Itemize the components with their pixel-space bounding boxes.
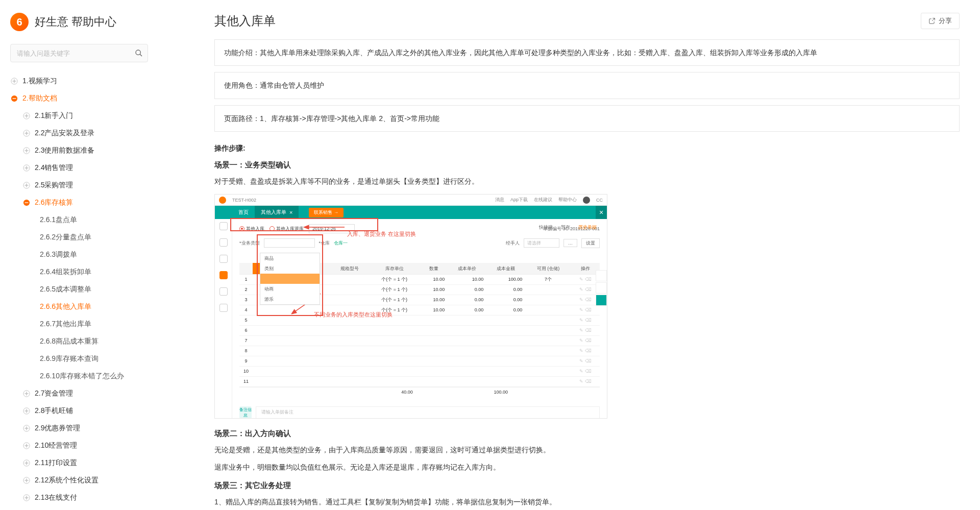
nav-2-6-1[interactable]: 2.6.1盘点单 bbox=[10, 211, 148, 229]
plus-icon bbox=[22, 494, 31, 502]
ss-tab-label: 首页 bbox=[238, 209, 249, 216]
scene3-heading: 场景三：其它业务处理 bbox=[214, 481, 960, 491]
nav-2-8[interactable]: 2.8手机旺铺 bbox=[10, 402, 148, 420]
svg-line-1 bbox=[140, 54, 142, 56]
ss-bell-icon: 消息 bbox=[495, 197, 504, 203]
nav-2-7[interactable]: 2.7资金管理 bbox=[10, 385, 148, 402]
plus-icon bbox=[22, 390, 31, 398]
tool-icon bbox=[596, 270, 607, 281]
ss-maker-val: 请选择 bbox=[524, 238, 559, 248]
nav-2-10[interactable]: 2.10经营管理 bbox=[10, 437, 148, 454]
share-label: 分享 bbox=[939, 16, 952, 26]
tot-amount: 100.00 bbox=[471, 390, 530, 395]
intro-label: 功能介绍： bbox=[224, 48, 260, 57]
ss-tab-label: 其他入库单 bbox=[261, 209, 286, 216]
ss-tenant: TEST-H002 bbox=[232, 198, 256, 203]
ss-dd-item: 游乐 bbox=[260, 294, 320, 304]
search-input[interactable] bbox=[10, 44, 148, 62]
sidebar: 6 好生意 帮助中心 1.视频学习 2.帮助文档 2.1新手入门 2.2产品安装… bbox=[0, 0, 158, 510]
scene2-text1: 无论是受赠，还是其他类型的业务，由于入库商品质量等原因，需要退回，这时可通过单据… bbox=[214, 444, 960, 456]
nav-2-1[interactable]: 2.1新手入门 bbox=[10, 107, 148, 125]
ss-body: 快捷建 暂存 历史单据 其他入库 其他入库退库 2019-12-26 单据编号 … bbox=[215, 219, 607, 418]
role-text: 通常由仓管人员维护 bbox=[260, 81, 324, 89]
ss-top-right: 消息 App下载 在线建议 帮助中心 CC bbox=[495, 197, 603, 204]
ss-wh-val: 仓库一 bbox=[334, 240, 348, 247]
plus-icon bbox=[22, 164, 31, 172]
page-title: 其他入库单 bbox=[214, 13, 276, 29]
ss-tabs: 首页 其他入库单× 联系销售 → × bbox=[215, 206, 607, 219]
nav-label: 2.6库存核算 bbox=[35, 198, 73, 207]
ss-anno2: 不同业务的入库类型在这里切换 bbox=[314, 311, 393, 319]
nav-2-13[interactable]: 2.13在线支付 bbox=[10, 489, 148, 506]
ss-dd-item: 类别 bbox=[260, 263, 320, 274]
nav-2-6-8[interactable]: 2.6.8商品成本重算 bbox=[10, 333, 148, 350]
nav-2-9[interactable]: 2.9优惠券管理 bbox=[10, 420, 148, 437]
ss-right-tools bbox=[596, 270, 607, 306]
role-box: 使用角色：通常由仓管人员维护 bbox=[214, 72, 960, 99]
ss-topbar: TEST-H002 消息 App下载 在线建议 帮助中心 CC bbox=[215, 195, 607, 206]
nav-label: 2.2产品安装及登录 bbox=[35, 129, 94, 138]
nav-l1-video[interactable]: 1.视频学习 bbox=[10, 72, 148, 90]
scene2-text2: 退库业务中，明细数量均以负值红色展示。无论是入库还是退库，库存账均记在入库方向。 bbox=[214, 461, 960, 474]
nav-label: 1.视频学习 bbox=[22, 77, 57, 86]
nav-2-6-3[interactable]: 2.6.3调拨单 bbox=[10, 246, 148, 263]
ss-btn-auto: … bbox=[564, 239, 577, 247]
nav-2-3[interactable]: 2.3使用前数据准备 bbox=[10, 142, 148, 159]
ss-panel-close-icon: × bbox=[596, 206, 607, 219]
ss-side-icon-active bbox=[219, 271, 228, 279]
nav-2-12[interactable]: 2.12系统个性化设置 bbox=[10, 472, 148, 489]
scene1-heading: 场景一：业务类型确认 bbox=[214, 160, 960, 170]
ss-dd-item: 商品 bbox=[260, 253, 320, 263]
nav-2-6-6[interactable]: 2.6.6其他入库单 bbox=[10, 298, 148, 315]
nav-2-6-7[interactable]: 2.6.7其他出库单 bbox=[10, 315, 148, 333]
nav-2-6-9[interactable]: 2.6.9库存账本查询 bbox=[10, 350, 148, 368]
plus-icon bbox=[10, 77, 18, 85]
nav-2-11[interactable]: 2.11打印设置 bbox=[10, 454, 148, 472]
ss-note-input: 请输入单据备注 bbox=[256, 406, 600, 419]
nav-2-6[interactable]: 2.6库存核算 bbox=[10, 194, 148, 211]
nav-2-6-5[interactable]: 2.6.5成本调整单 bbox=[10, 281, 148, 298]
nav-label: 2.6.8商品成本重算 bbox=[40, 337, 99, 346]
nav-2-6-4[interactable]: 2.6.4组装拆卸单 bbox=[10, 263, 148, 281]
ss-tab-home: 首页 bbox=[232, 206, 255, 219]
nav-2-5[interactable]: 2.5采购管理 bbox=[10, 177, 148, 194]
scene1-text: 对于受赠、盘盈或是拆装入库等不同的业务，是通过单据头【业务类型】进行区分。 bbox=[214, 175, 960, 188]
svg-point-0 bbox=[136, 50, 140, 55]
nav-2-4[interactable]: 2.4销售管理 bbox=[10, 159, 148, 177]
ss-avatar-icon bbox=[583, 197, 590, 204]
ss-totals-row: 40.00 100.00 bbox=[239, 387, 600, 397]
nav-l1-docs[interactable]: 2.帮助文档 bbox=[10, 90, 148, 107]
nav-label: 2.3使用前数据准备 bbox=[35, 146, 94, 155]
nav-2-6-10[interactable]: 2.6.10库存账本错了怎么办 bbox=[10, 368, 148, 385]
nav-2-6-2[interactable]: 2.6.2分量盘点单 bbox=[10, 229, 148, 246]
ss-btn-set: 设置 bbox=[581, 238, 600, 248]
th-model: 规格型号 bbox=[330, 263, 369, 274]
tool-icon bbox=[596, 282, 607, 294]
table-row: 7✎ ⌫ bbox=[239, 335, 600, 346]
plus-icon bbox=[22, 147, 31, 155]
main: 其他入库单 分享 功能介绍：其他入库单用来处理除采购入库、产成品入库之外的其他入… bbox=[158, 0, 980, 510]
nav-2-2[interactable]: 2.2产品安装及登录 bbox=[10, 125, 148, 142]
tot-qty: 40.00 bbox=[378, 390, 437, 395]
ss-tool-fast: 快捷建 bbox=[536, 223, 556, 232]
plus-icon bbox=[22, 424, 31, 432]
share-button[interactable]: 分享 bbox=[921, 13, 960, 29]
search-icon[interactable] bbox=[135, 49, 143, 57]
note-icon: 备注信息 bbox=[239, 406, 252, 419]
nav-label: 2.6.9库存账本查询 bbox=[40, 354, 99, 363]
nav-2-14[interactable]: 2.14常见问题 bbox=[10, 506, 148, 510]
ss-dd-item-selected bbox=[260, 274, 320, 284]
ss-tool-history: 历史单据 bbox=[575, 223, 600, 232]
ss-side-icon bbox=[219, 255, 228, 263]
table-row: 11✎ ⌫ bbox=[239, 376, 600, 386]
ss-side-icon bbox=[219, 238, 228, 247]
minus-icon bbox=[22, 199, 31, 207]
table-row: 6✎ ⌫ bbox=[239, 325, 600, 335]
plus-icon bbox=[22, 112, 31, 120]
ss-anno1: 入库、退货业务 在这里切换 bbox=[347, 230, 416, 238]
steps-heading: 操作步骤: bbox=[214, 144, 960, 153]
ss-logo-icon bbox=[219, 197, 226, 204]
ss-row2-right: 经手人 请选择 … 设置 bbox=[506, 238, 600, 248]
plus-icon bbox=[22, 476, 31, 484]
nav-label: 2.6.7其他出库单 bbox=[40, 320, 91, 329]
